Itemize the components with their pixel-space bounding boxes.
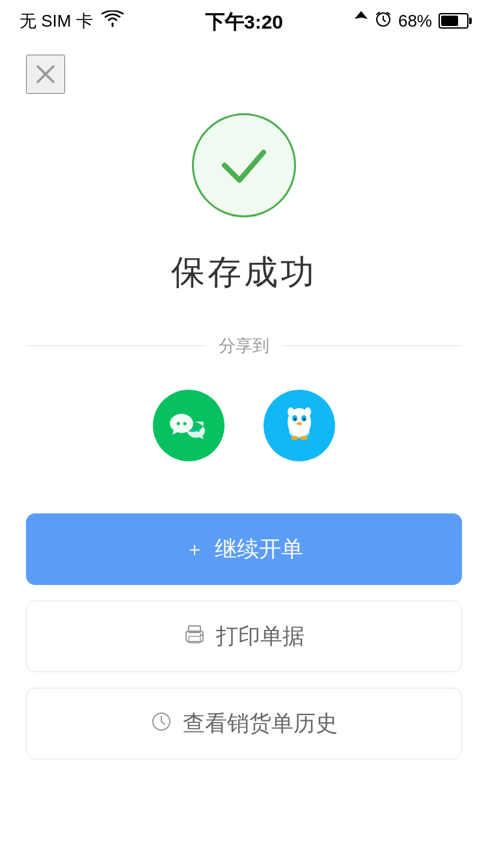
wifi-icon	[101, 10, 124, 32]
print-button-label: 打印单据	[216, 621, 305, 651]
plus-icon: ＋	[185, 536, 204, 563]
battery-icon	[439, 13, 468, 29]
status-time: 下午3:20	[205, 9, 283, 36]
clock-icon	[150, 711, 172, 737]
status-bar: 无 SIM 卡 下午3:20 68%	[0, 0, 488, 42]
status-right: 68%	[354, 10, 468, 32]
svg-point-4	[192, 429, 195, 432]
share-divider: 分享到	[26, 334, 462, 357]
success-title: 保存成功	[171, 250, 317, 295]
alarm-icon	[375, 10, 392, 32]
qq-icon	[278, 404, 321, 447]
svg-point-10	[294, 418, 297, 420]
continue-button-label: 继续开单	[215, 534, 303, 564]
qq-share-button[interactable]	[264, 390, 335, 461]
svg-point-18	[288, 407, 294, 416]
svg-point-3	[183, 422, 187, 426]
action-buttons-container: ＋ 继续开单 打印单据 查看销货单历史	[26, 513, 462, 759]
history-button[interactable]: 查看销货单历史	[26, 688, 462, 759]
svg-point-23	[200, 634, 202, 636]
location-icon	[354, 10, 368, 32]
printer-icon	[183, 623, 206, 650]
svg-point-13	[305, 418, 306, 419]
wechat-icon	[167, 407, 210, 444]
wechat-share-button[interactable]	[153, 390, 224, 461]
success-icon-circle	[192, 113, 296, 217]
divider-line-right	[282, 346, 462, 346]
svg-point-12	[295, 418, 297, 419]
carrier-text: 无 SIM 卡	[20, 10, 93, 33]
share-icons-container	[153, 390, 335, 461]
main-content: 保存成功 分享到	[0, 42, 488, 785]
svg-point-14	[297, 422, 302, 426]
svg-point-19	[305, 407, 311, 416]
close-button[interactable]	[26, 55, 65, 94]
svg-point-16	[291, 436, 299, 440]
svg-point-11	[303, 418, 306, 420]
svg-point-15	[289, 425, 310, 438]
checkmark-icon	[215, 136, 273, 195]
print-button[interactable]: 打印单据	[26, 601, 462, 672]
continue-button[interactable]: ＋ 继续开单	[26, 513, 462, 585]
svg-point-17	[300, 436, 308, 440]
share-label: 分享到	[219, 334, 269, 357]
svg-point-2	[177, 422, 180, 426]
svg-point-5	[197, 429, 200, 432]
battery-percentage: 68%	[398, 11, 432, 31]
status-left: 无 SIM 卡	[20, 10, 124, 33]
history-button-label: 查看销货单历史	[183, 709, 338, 739]
divider-line-left	[26, 346, 206, 346]
